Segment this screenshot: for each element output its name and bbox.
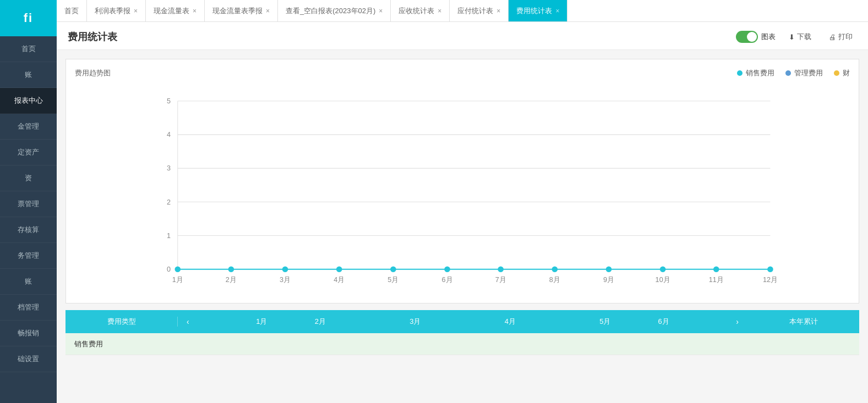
- th-m2: 2月: [273, 317, 368, 327]
- svg-point-20: [552, 267, 558, 273]
- sidebar-item-fixed-assets[interactable]: 定资产: [0, 140, 57, 165]
- svg-text:7月: 7月: [495, 276, 506, 284]
- svg-text:0: 0: [167, 266, 171, 273]
- tab-blank-report[interactable]: 查看_空白报表(2023年02月) ×: [278, 0, 391, 22]
- svg-text:2: 2: [167, 198, 171, 206]
- sidebar-item-settings[interactable]: 础设置: [0, 346, 57, 372]
- tab-receivable[interactable]: 应收统计表 ×: [391, 0, 450, 22]
- th-m3: 3月: [368, 317, 463, 327]
- print-button[interactable]: 🖨 打印: [825, 30, 857, 44]
- svg-text:4: 4: [167, 131, 171, 139]
- svg-point-17: [390, 267, 396, 273]
- header-actions: 图表 ⬇ 下载 🖨 打印: [736, 30, 857, 44]
- sidebar: fi 首页 账 报表中心 金管理 定资产 资 票管理 存核算 务管理 账 档管理…: [0, 0, 57, 403]
- svg-point-16: [336, 267, 342, 273]
- tab-close-receivable[interactable]: ×: [438, 7, 441, 15]
- line-chart: 5 4 3 2 1 0: [75, 84, 850, 292]
- chart-wrapper: 5 4 3 2 1 0: [75, 84, 850, 294]
- tab-expense-stats[interactable]: 费用统计表 ×: [509, 0, 567, 22]
- toggle-track[interactable]: [736, 31, 758, 43]
- svg-point-19: [498, 267, 504, 273]
- main-area: 首页 利润表季报 × 现金流量表 × 现金流量表季报 × 查看_空白报表(202…: [57, 0, 868, 403]
- next-month-arrow[interactable]: ›: [733, 317, 742, 326]
- sidebar-item-invoice[interactable]: 票管理: [0, 191, 57, 217]
- th-type: 费用类型: [65, 317, 178, 327]
- page-title: 费用统计表: [68, 30, 117, 43]
- table-row: 销售费用: [65, 333, 859, 355]
- tab-bar: 首页 利润表季报 × 现金流量表 × 现金流量表季报 × 查看_空白报表(202…: [57, 0, 868, 22]
- tab-close-cashflow-quarterly[interactable]: ×: [266, 7, 270, 15]
- legend-dot-sales: [737, 70, 743, 76]
- svg-point-15: [282, 267, 288, 273]
- svg-point-24: [767, 267, 773, 273]
- sidebar-item-expense[interactable]: 畅报销: [0, 321, 57, 346]
- svg-text:4月: 4月: [334, 276, 345, 284]
- prev-month-arrow[interactable]: ‹: [183, 317, 193, 326]
- app-logo: fi: [0, 0, 57, 36]
- print-icon: 🖨: [829, 33, 836, 41]
- tab-close-expense-stats[interactable]: ×: [555, 7, 559, 15]
- sidebar-item-fund[interactable]: 金管理: [0, 114, 57, 140]
- download-button[interactable]: ⬇ 下载: [784, 30, 816, 44]
- legend-dot-finance: [834, 70, 839, 76]
- tab-payable[interactable]: 应付统计表 ×: [450, 0, 509, 22]
- legend-dot-admin: [785, 70, 791, 76]
- tab-close-profit-quarterly[interactable]: ×: [134, 7, 138, 15]
- svg-text:2月: 2月: [226, 276, 237, 284]
- sidebar-item-inventory[interactable]: 存核算: [0, 217, 57, 243]
- svg-text:3: 3: [167, 164, 171, 172]
- td-type: 销售费用: [65, 339, 180, 349]
- sidebar-item-home[interactable]: 首页: [0, 36, 57, 62]
- svg-text:5月: 5月: [387, 276, 398, 284]
- svg-text:11月: 11月: [709, 276, 724, 284]
- legend-admin: 管理费用: [785, 68, 823, 78]
- chart-toggle[interactable]: 图表: [736, 31, 776, 43]
- expense-table: 费用类型 ‹ 1月 2月 3月 4月 5月 6月 › 本年累计: [65, 310, 859, 355]
- legend-label-admin: 管理费用: [794, 68, 823, 78]
- svg-point-23: [713, 267, 719, 273]
- content-area: 费用趋势图 销售费用 管理费用 财: [57, 50, 868, 403]
- svg-text:1: 1: [167, 232, 171, 240]
- sidebar-item-service[interactable]: 务管理: [0, 243, 57, 269]
- tab-close-payable[interactable]: ×: [496, 7, 500, 15]
- svg-text:9月: 9月: [603, 276, 614, 284]
- tab-close-cashflow[interactable]: ×: [193, 7, 196, 15]
- sidebar-item-investment[interactable]: 资: [0, 165, 57, 191]
- svg-point-14: [228, 267, 234, 273]
- download-icon: ⬇: [789, 33, 795, 41]
- svg-point-13: [175, 267, 181, 273]
- sidebar-item-reconcile[interactable]: 账: [0, 269, 57, 295]
- tab-home[interactable]: 首页: [57, 0, 87, 22]
- tab-profit-quarterly[interactable]: 利润表季报 ×: [87, 0, 146, 22]
- sidebar-item-account[interactable]: 账: [0, 62, 57, 88]
- svg-text:8月: 8月: [549, 276, 560, 284]
- table-header: 费用类型 ‹ 1月 2月 3月 4月 5月 6月 › 本年累计: [65, 310, 859, 333]
- th-m5: 5月: [558, 317, 653, 327]
- th-m4: 4月: [463, 317, 558, 327]
- svg-text:6月: 6月: [442, 276, 453, 284]
- svg-text:3月: 3月: [280, 276, 291, 284]
- sidebar-item-report-center[interactable]: 报表中心: [0, 88, 57, 114]
- svg-point-18: [444, 267, 450, 273]
- chart-section: 费用趋势图 销售费用 管理费用 财: [65, 59, 859, 303]
- legend-label-finance: 财: [843, 68, 850, 78]
- legend-label-sales: 销售费用: [746, 68, 774, 78]
- th-m6: 6月 ›: [653, 317, 748, 327]
- svg-text:10月: 10月: [656, 276, 670, 284]
- th-ytd: 本年累计: [747, 317, 859, 327]
- toggle-label: 图表: [761, 32, 776, 42]
- tab-close-blank-report[interactable]: ×: [379, 7, 383, 15]
- svg-text:5: 5: [167, 97, 171, 105]
- th-m1: ‹ 1月: [178, 317, 273, 327]
- tab-cashflow-quarterly[interactable]: 现金流量表季报 ×: [205, 0, 278, 22]
- sidebar-item-archive[interactable]: 档管理: [0, 295, 57, 321]
- svg-text:1月: 1月: [172, 276, 183, 284]
- legend-sales: 销售费用: [737, 68, 774, 78]
- svg-text:12月: 12月: [763, 276, 778, 284]
- chart-legend: 销售费用 管理费用 财: [737, 68, 850, 78]
- svg-point-22: [660, 267, 666, 273]
- toggle-thumb: [747, 32, 757, 42]
- page-header: 费用统计表 图表 ⬇ 下载 🖨 打印: [57, 22, 868, 50]
- svg-point-21: [606, 267, 612, 273]
- tab-cashflow[interactable]: 现金流量表 ×: [146, 0, 205, 22]
